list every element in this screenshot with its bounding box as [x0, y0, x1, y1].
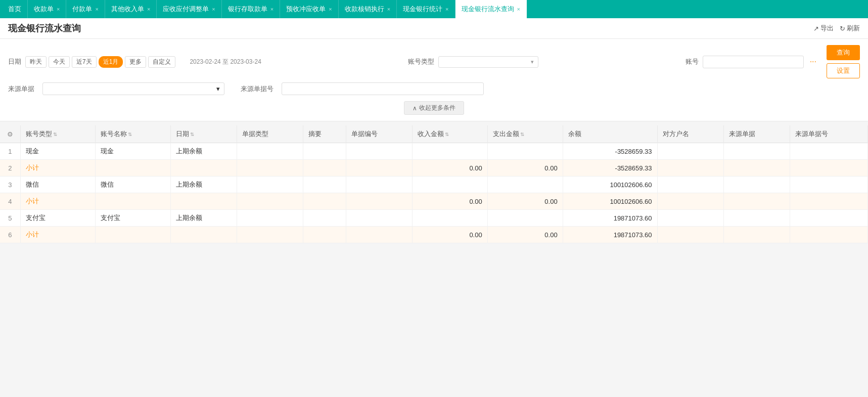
source-doc-label: 来源单据	[8, 84, 34, 94]
cell-summary	[303, 227, 346, 243]
account-input[interactable]	[703, 56, 804, 68]
cell-account-name	[96, 193, 171, 210]
cell-expense	[487, 143, 563, 160]
col-account-type[interactable]: 账号类型⇅	[20, 125, 96, 143]
close-cash-bank-stat-icon[interactable]: ×	[445, 6, 448, 12]
cell-income	[412, 210, 487, 227]
refresh-icon: ↻	[840, 25, 845, 32]
cell-account-type: 小计	[20, 193, 96, 210]
cell-source-doc	[723, 227, 790, 243]
cell-summary	[303, 193, 346, 210]
account-type-select[interactable]: ▾	[438, 56, 538, 68]
col-doc-no: 单据编号	[346, 125, 412, 143]
col-doc-type: 单据类型	[237, 125, 303, 143]
cell-counterparty	[657, 227, 723, 243]
cell-doc-no	[346, 160, 412, 177]
cell-counterparty	[657, 143, 723, 160]
cell-counterparty	[657, 193, 723, 210]
cell-expense	[487, 177, 563, 193]
cell-source-doc	[723, 193, 790, 210]
sort-account-type-icon: ⇅	[53, 131, 57, 137]
date-today[interactable]: 今天	[49, 56, 70, 68]
nav-ar-ap[interactable]: 应收应付调整单 ×	[157, 0, 221, 18]
date-custom[interactable]: 自定义	[148, 56, 175, 68]
cell-balance: 100102606.60	[563, 177, 657, 193]
col-expense[interactable]: 支出金额⇅	[487, 125, 563, 143]
cell-source-doc	[723, 143, 790, 160]
nav-cash-bank-stat[interactable]: 现金银行统计 ×	[397, 0, 455, 18]
cell-index: 5	[0, 210, 20, 227]
nav-advance-offset[interactable]: 预收冲应收单 ×	[280, 0, 338, 18]
cell-summary	[303, 210, 346, 227]
close-cash-bank-flow-icon[interactable]: ×	[517, 6, 520, 12]
cell-doc-no	[346, 143, 412, 160]
date-7days[interactable]: 近7天	[72, 56, 97, 68]
col-settings[interactable]: ⚙	[0, 125, 20, 143]
close-bank-deposit-icon[interactable]: ×	[270, 6, 273, 12]
cell-balance: 19871073.60	[563, 227, 657, 243]
query-button[interactable]: 查询	[827, 45, 860, 60]
close-receipts-icon[interactable]: ×	[57, 6, 60, 12]
nav-home[interactable]: 首页	[2, 0, 28, 18]
cell-expense: 0.00	[487, 160, 563, 177]
date-yesterday[interactable]: 昨天	[25, 56, 47, 68]
close-collection-exec-icon[interactable]: ×	[387, 6, 390, 12]
cell-summary	[303, 177, 346, 193]
settings-button[interactable]: 设置	[827, 63, 860, 78]
close-ar-ap-icon[interactable]: ×	[212, 6, 215, 12]
cell-source-doc-no	[790, 227, 867, 243]
filter-row-1: 日期 昨天 今天 近7天 近1月 更多 自定义 2023-02-24 至 202…	[8, 45, 860, 78]
account-dots-button[interactable]: ···	[808, 57, 818, 66]
nav-bank-deposit[interactable]: 银行存取款单 ×	[222, 0, 280, 18]
table-header-row: ⚙ 账号类型⇅ 账号名称⇅ 日期⇅ 单据类型 摘要 单据编号 收入金额⇅	[0, 125, 868, 143]
close-advance-offset-icon[interactable]: ×	[329, 6, 332, 12]
cell-counterparty	[657, 177, 723, 193]
nav-receipts[interactable]: 收款单 ×	[28, 0, 66, 18]
nav-cash-bank-flow[interactable]: 现金银行流水查询 ×	[455, 0, 527, 18]
cell-index: 4	[0, 193, 20, 210]
date-range-display: 2023-02-24 至 2023-03-24	[190, 58, 261, 66]
sort-account-name-icon: ⇅	[128, 131, 132, 137]
source-doc-arrow-icon: ▾	[216, 85, 220, 93]
cell-expense: 0.00	[487, 193, 563, 210]
table-container: ⚙ 账号类型⇅ 账号名称⇅ 日期⇅ 单据类型 摘要 单据编号 收入金额⇅	[0, 125, 868, 243]
export-button[interactable]: ↗ 导出	[813, 24, 834, 33]
date-1month[interactable]: 近1月	[99, 56, 123, 68]
collapse-icon: ∧	[413, 105, 417, 112]
nav-collection-exec[interactable]: 收款核销执行 ×	[339, 0, 397, 18]
nav-payments[interactable]: 付款单 ×	[66, 0, 105, 18]
cell-source-doc-no	[790, 193, 867, 210]
cell-expense	[487, 210, 563, 227]
cell-date	[171, 160, 237, 177]
gear-icon[interactable]: ⚙	[7, 130, 13, 138]
cell-balance: -3528659.33	[563, 143, 657, 160]
account-type-arrow-icon: ▾	[531, 59, 534, 65]
cell-index: 2	[0, 160, 20, 177]
cell-doc-type	[237, 210, 303, 227]
sort-expense-icon: ⇅	[520, 131, 524, 137]
col-account-name[interactable]: 账号名称⇅	[96, 125, 171, 143]
table-row: 1现金现金上期余额-3528659.33	[0, 143, 868, 160]
filter-row-2: 来源单据 ▾ 来源单据号	[8, 82, 860, 95]
source-doc-select[interactable]: ▾	[42, 82, 224, 95]
cell-account-type: 小计	[20, 227, 96, 243]
page-title: 现金银行流水查询	[8, 22, 81, 34]
close-other-income-icon[interactable]: ×	[147, 6, 150, 12]
date-more[interactable]: 更多	[125, 56, 146, 68]
source-doc-no-input[interactable]	[282, 82, 484, 95]
date-label: 日期	[8, 57, 21, 66]
account-type-label: 账号类型	[408, 57, 434, 66]
cell-doc-type	[237, 227, 303, 243]
refresh-button[interactable]: ↻ 刷新	[840, 24, 860, 33]
col-date[interactable]: 日期⇅	[171, 125, 237, 143]
collapse-button[interactable]: ∧ 收起更多条件	[404, 101, 464, 115]
col-income[interactable]: 收入金额⇅	[412, 125, 487, 143]
cell-account-name	[96, 160, 171, 177]
cell-counterparty	[657, 160, 723, 177]
nav-other-income[interactable]: 其他收入单 ×	[105, 0, 157, 18]
cell-income	[412, 177, 487, 193]
export-icon: ↗	[813, 25, 819, 32]
close-payments-icon[interactable]: ×	[95, 6, 98, 12]
header-actions: ↗ 导出 ↻ 刷新	[813, 24, 860, 33]
data-table: ⚙ 账号类型⇅ 账号名称⇅ 日期⇅ 单据类型 摘要 单据编号 收入金额⇅	[0, 125, 868, 243]
